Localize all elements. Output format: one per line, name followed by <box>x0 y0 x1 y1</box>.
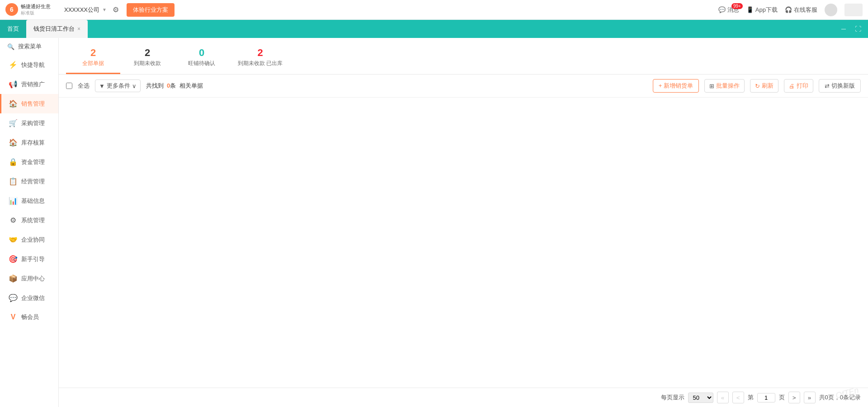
settings-icon[interactable]: ⚙ <box>109 4 122 16</box>
refresh-btn[interactable]: ↻ 刷新 <box>750 79 778 93</box>
sidebar-item-label: 企业协同 <box>21 236 45 244</box>
tab-home[interactable]: 首页 <box>0 20 26 38</box>
main-layout: 🔍 搜索菜单 ⚡ 快捷导航 📢 营销推广 🏠 销售管理 🛒 采购管理 🏠 库存核… <box>0 38 868 407</box>
page-label-end: 页 <box>779 393 785 402</box>
print-icon: 🖨 <box>789 83 795 89</box>
sidebar-item-label: 畅会员 <box>21 313 39 321</box>
app-download-icon: 📱 <box>746 6 754 13</box>
stat-tab-all[interactable]: 2 全部单据 <box>66 43 120 74</box>
tab-active-label: 钱货日清工作台 <box>33 25 75 33</box>
vip-icon: V <box>9 313 18 321</box>
app-download-btn[interactable]: 📱 App下载 <box>746 6 778 14</box>
prev-page-btn[interactable]: < <box>732 392 744 403</box>
table-area <box>59 98 868 388</box>
sidebar-item-label: 采购管理 <box>21 119 45 127</box>
sidebar-item-cooperation[interactable]: 🤝 企业协同 <box>0 230 58 249</box>
filter-icon: ▼ <box>99 83 105 89</box>
logo-icon: 6 <box>5 3 18 16</box>
switch-label: 切换新版 <box>831 82 855 90</box>
stat-label-pending: 旺铺待确认 <box>184 60 220 67</box>
sidebar-item-vip[interactable]: V 畅会员 <box>0 308 58 327</box>
inventory-icon: 🏠 <box>9 138 18 147</box>
filter-btn[interactable]: ▼ 更多条件 ∨ <box>95 80 141 92</box>
next-page-btn[interactable]: > <box>788 392 800 403</box>
guide-icon: 🎯 <box>9 255 18 263</box>
stats-tabs: 2 全部单据 2 到期未收款 0 旺铺待确认 2 到期未收款 已出库 <box>59 38 868 75</box>
capital-icon: 🔒 <box>9 158 18 166</box>
app-center-icon: 📦 <box>9 274 18 283</box>
sidebar-item-sales[interactable]: 🏠 销售管理 <box>0 94 58 113</box>
last-page-btn[interactable]: » <box>804 392 816 403</box>
message-badge: 99+ <box>731 3 743 9</box>
sidebar-item-label: 系统管理 <box>21 216 45 225</box>
switch-icon: ⇄ <box>825 83 830 89</box>
tab-active[interactable]: 钱货日清工作台 × <box>26 20 88 38</box>
sidebar-item-label: 经营管理 <box>21 178 45 186</box>
sidebar-item-label: 库存核算 <box>21 139 45 147</box>
batch-icon: ⊞ <box>709 83 714 89</box>
select-all-checkbox[interactable] <box>66 83 72 89</box>
toolbar-right: + 新增销货单 ⊞ 批量操作 ↻ 刷新 🖨 打印 ⇄ 切换新版 <box>653 79 861 93</box>
purchase-icon: 🛒 <box>9 119 18 127</box>
sidebar-item-label: 企业微信 <box>21 294 45 302</box>
add-order-btn[interactable]: + 新增销货单 <box>653 79 699 93</box>
sidebar-item-basic-info[interactable]: 📊 基础信息 <box>0 191 58 211</box>
page-input[interactable] <box>757 393 775 402</box>
system-icon: ⚙ <box>9 216 18 225</box>
top-header: 6 畅捷通好生意 标准版 XXXXXX公司 ▼ ⚙ 体验行业方案 💬 消息 99… <box>0 0 868 20</box>
switch-btn[interactable]: ⇄ 切换新版 <box>819 79 861 93</box>
pagination: 每页显示 50 10 20 100 « < 第 页 > » 共0页，0条记录 <box>59 388 868 407</box>
sidebar-search-item[interactable]: 🔍 搜索菜单 <box>0 38 58 55</box>
stat-num-pending: 0 <box>184 47 220 59</box>
first-page-btn[interactable]: « <box>717 392 729 403</box>
quick-nav-icon: ⚡ <box>9 61 18 69</box>
online-service-btn[interactable]: 🎧 在线客服 <box>785 6 817 14</box>
wechat-icon: 💬 <box>9 294 18 302</box>
sidebar-item-wechat[interactable]: 💬 企业微信 <box>0 288 58 308</box>
company-name: XXXXXX公司 <box>64 6 99 14</box>
message-icon: 💬 <box>718 6 726 13</box>
print-btn[interactable]: 🖨 打印 <box>784 79 813 93</box>
select-all-label: 全选 <box>78 82 90 90</box>
page-label: 第 <box>748 393 754 402</box>
message-btn[interactable]: 💬 消息 99+ <box>718 6 739 14</box>
batch-btn[interactable]: ⊞ 批量操作 <box>704 79 745 93</box>
tab-home-label: 首页 <box>7 25 19 33</box>
stat-label-overdue-out: 到期未收款 已出库 <box>238 60 283 67</box>
print-label: 打印 <box>797 82 808 90</box>
sidebar-item-purchase[interactable]: 🛒 采购管理 <box>0 113 58 133</box>
sidebar-item-label: 新手引导 <box>21 255 45 263</box>
trial-btn[interactable]: 体验行业方案 <box>127 3 175 17</box>
sidebar-item-app-center[interactable]: 📦 应用中心 <box>0 269 58 288</box>
stat-tab-overdue-out[interactable]: 2 到期未收款 已出库 <box>229 43 292 74</box>
tab-minimize-icon[interactable]: ─ <box>838 23 849 34</box>
logo-area: 6 畅捷通好生意 标准版 <box>5 3 64 16</box>
online-service-icon: 🎧 <box>785 6 792 13</box>
sidebar-item-operations[interactable]: 📋 经营管理 <box>0 172 58 191</box>
online-service-label: 在线客服 <box>794 6 817 14</box>
company-selector[interactable]: XXXXXX公司 ▼ <box>64 6 107 14</box>
refresh-label: 刷新 <box>762 82 774 90</box>
sidebar-item-inventory[interactable]: 🏠 库存核算 <box>0 133 58 152</box>
sidebar-item-system[interactable]: ⚙ 系统管理 <box>0 211 58 230</box>
sidebar: 🔍 搜索菜单 ⚡ 快捷导航 📢 营销推广 🏠 销售管理 🛒 采购管理 🏠 库存核… <box>0 38 59 407</box>
sidebar-item-guide[interactable]: 🎯 新手引导 <box>0 249 58 269</box>
sidebar-item-capital[interactable]: 🔒 资金管理 <box>0 152 58 172</box>
tab-maximize-icon[interactable]: ⛶ <box>853 23 863 34</box>
stat-num-overdue-out: 2 <box>238 47 283 59</box>
tab-close-icon[interactable]: × <box>77 26 80 32</box>
sidebar-search-label: 搜索菜单 <box>18 42 42 51</box>
avatar[interactable] <box>825 4 837 16</box>
sidebar-item-marketing[interactable]: 📢 营销推广 <box>0 75 58 94</box>
operations-icon: 📋 <box>9 177 18 186</box>
sidebar-item-quick-nav[interactable]: ⚡ 快捷导航 <box>0 55 58 75</box>
search-icon: 🔍 <box>7 43 14 50</box>
stat-num-all: 2 <box>75 47 111 59</box>
stat-tab-pending[interactable]: 0 旺铺待确认 <box>175 43 229 74</box>
sales-icon: 🏠 <box>9 99 18 108</box>
per-page-select[interactable]: 50 10 20 100 <box>688 393 713 403</box>
content-area: 2 全部单据 2 到期未收款 0 旺铺待确认 2 到期未收款 已出库 全选 <box>59 38 868 407</box>
basic-info-icon: 📊 <box>9 196 18 205</box>
stat-tab-overdue[interactable]: 2 到期未收款 <box>120 43 175 74</box>
cooperation-icon: 🤝 <box>9 235 18 244</box>
